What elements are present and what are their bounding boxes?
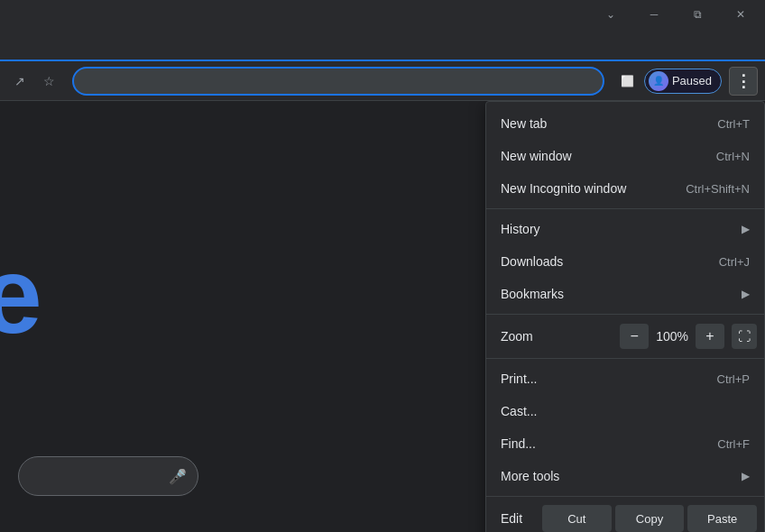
profile-button[interactable]: 👤 Paused	[644, 69, 722, 94]
paste-button[interactable]: Paste	[687, 505, 757, 532]
tab-icon[interactable]: ⬜	[615, 69, 641, 94]
edit-row: Edit Cut Copy Paste	[486, 500, 764, 532]
zoom-label: Zoom	[493, 329, 620, 344]
menu-item-more-tools[interactable]: More tools ▶	[486, 460, 764, 492]
main-content: e 🎤 New tab Ctrl+T New window Ctrl+N New…	[0, 101, 765, 532]
zoom-row: Zoom − 100% + ⛶	[486, 318, 764, 354]
maximize-btn[interactable]: ⧉	[677, 0, 718, 29]
google-logo: e	[0, 233, 42, 357]
zoom-fullscreen-button[interactable]: ⛶	[732, 324, 757, 349]
menu-item-history[interactable]: History ▶	[486, 213, 764, 245]
address-bar[interactable]	[72, 67, 604, 96]
title-bar: ⌄ ─ ⧉ ✕	[0, 0, 765, 29]
search-bar[interactable]: 🎤	[18, 456, 198, 496]
menu-item-find[interactable]: Find... Ctrl+F	[486, 427, 764, 460]
close-btn[interactable]: ✕	[720, 0, 761, 29]
divider-4	[486, 496, 764, 497]
menu-item-print[interactable]: Print... Ctrl+P	[486, 362, 764, 395]
share-icon[interactable]: ↗	[7, 69, 32, 94]
bookmark-icon[interactable]: ☆	[36, 69, 61, 94]
menu-item-bookmarks[interactable]: Bookmarks ▶	[486, 278, 764, 310]
menu-item-new-window[interactable]: New window Ctrl+N	[486, 140, 764, 172]
menu-item-downloads[interactable]: Downloads Ctrl+J	[486, 245, 764, 278]
edit-label: Edit	[493, 511, 539, 526]
tab-bar	[0, 29, 765, 61]
minimize-btn[interactable]: ─	[633, 0, 675, 29]
dropdown-menu: New tab Ctrl+T New window Ctrl+N New Inc…	[485, 101, 765, 532]
divider-3	[486, 358, 764, 359]
zoom-decrease-button[interactable]: −	[620, 324, 649, 349]
chevron-btn[interactable]: ⌄	[590, 0, 631, 29]
menu-item-new-tab[interactable]: New tab Ctrl+T	[486, 107, 764, 140]
copy-button[interactable]: Copy	[615, 505, 685, 532]
profile-label: Paused	[672, 74, 712, 87]
menu-item-cast[interactable]: Cast...	[486, 395, 764, 427]
menu-item-new-incognito[interactable]: New Incognito window Ctrl+Shift+N	[486, 172, 764, 205]
menu-dots-button[interactable]: ⋮	[729, 67, 758, 96]
divider-1	[486, 208, 764, 209]
avatar: 👤	[649, 71, 668, 91]
zoom-value: 100%	[652, 329, 692, 344]
cut-button[interactable]: Cut	[542, 505, 612, 532]
mic-icon[interactable]: 🎤	[169, 468, 187, 485]
zoom-increase-button[interactable]: +	[696, 324, 724, 349]
zoom-controls: − 100% + ⛶	[620, 324, 757, 349]
toolbar: ↗ ☆ ⬜ 👤 Paused ⋮	[0, 61, 765, 101]
divider-2	[486, 314, 764, 315]
